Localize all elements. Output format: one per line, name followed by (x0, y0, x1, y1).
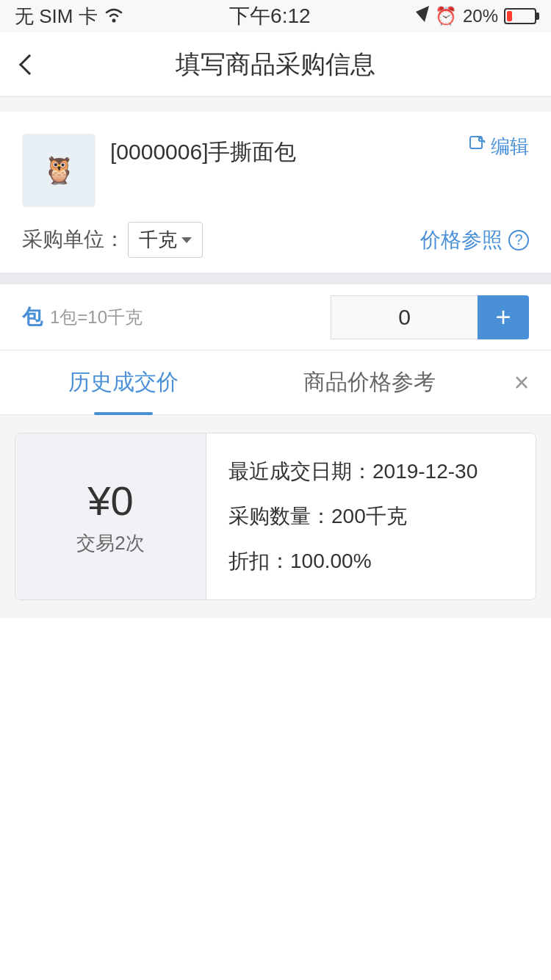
price-number: 0 (111, 478, 134, 524)
tab-active-indicator (94, 412, 153, 415)
discount-value: 100.00% (290, 550, 372, 572)
dropdown-arrow-icon (181, 237, 192, 243)
nav-bar: 填写商品采购信息 (0, 32, 551, 97)
status-left: 无 SIM 卡 (15, 4, 124, 29)
empty-content-area (0, 618, 551, 980)
edit-label: 编辑 (491, 134, 529, 159)
battery-percent: 20% (463, 6, 498, 26)
tab-history-price[interactable]: 历史成交价 (0, 350, 246, 415)
product-thumbnail: 🦉 (22, 134, 96, 207)
unit-conversion: 1包=10千克 (50, 306, 143, 329)
recent-date-label: 最近成交日期： (228, 460, 372, 483)
recent-date-value: 2019-12-30 (372, 460, 478, 483)
tabs-container: 历史成交价 商品价格参考 × (0, 350, 551, 415)
unit-selector: 采购单位： 千克 (22, 222, 203, 258)
plus-icon: + (495, 302, 511, 333)
history-card: ¥0 交易2次 最近成交日期：2019-12-30 采购数量：200千克 折扣：… (15, 433, 536, 600)
history-price-value: ¥0 (87, 477, 133, 525)
quantity-controls: + (331, 295, 529, 339)
unit-dropdown[interactable]: 千克 (128, 222, 203, 258)
unit-label: 采购单位： (22, 228, 125, 251)
back-arrow-icon (19, 54, 40, 74)
quantity-label: 包 1包=10千克 (22, 303, 143, 331)
discount-row: 折扣：100.00% (228, 545, 514, 578)
discount-label: 折扣： (228, 550, 290, 572)
history-details-panel: 最近成交日期：2019-12-30 采购数量：200千克 折扣：100.00% (206, 433, 536, 599)
battery-icon (504, 8, 536, 24)
tab-close-button[interactable]: × (492, 350, 551, 415)
quantity-plus-button[interactable]: + (478, 295, 529, 339)
history-price-panel: ¥0 交易2次 (15, 433, 206, 599)
edit-icon (469, 135, 486, 158)
help-icon: ? (508, 230, 529, 251)
page-title: 填写商品采购信息 (176, 48, 375, 82)
product-logo-icon: 🦉 (43, 155, 76, 186)
product-left: 🦉 [0000006]手撕面包 (22, 134, 296, 207)
status-time: 下午6:12 (229, 2, 311, 30)
tab-product-price[interactable]: 商品价格参考 (246, 350, 492, 415)
status-right: ⏰ 20% (416, 6, 536, 26)
quantity-value: 200千克 (331, 505, 407, 527)
wifi-icon (104, 5, 124, 28)
product-footer: 采购单位： 千克 价格参照 ? (22, 222, 529, 258)
product-header: 🦉 [0000006]手撕面包 编辑 (22, 134, 529, 207)
price-ref-label: 价格参照 (420, 226, 503, 254)
status-bar: 无 SIM 卡 下午6:12 ⏰ 20% (0, 0, 551, 32)
alarm-icon: ⏰ (435, 6, 457, 26)
quantity-label-text: 采购数量： (228, 505, 331, 527)
trade-count: 交易2次 (76, 530, 144, 556)
tab-history-label: 历史成交价 (68, 367, 179, 397)
product-name: [0000006]手撕面包 (110, 137, 296, 167)
currency-symbol: ¥ (87, 478, 110, 524)
location-icon (416, 6, 429, 26)
carrier-text: 无 SIM 卡 (15, 4, 98, 29)
purchase-quantity-row: 采购数量：200千克 (228, 500, 514, 533)
price-reference-button[interactable]: 价格参照 ? (420, 226, 529, 254)
unit-badge: 包 (22, 303, 43, 331)
close-icon: × (514, 370, 529, 396)
tab-product-label: 商品价格参考 (303, 367, 436, 397)
quantity-input[interactable] (331, 295, 478, 339)
recent-date-row: 最近成交日期：2019-12-30 (228, 455, 514, 489)
product-card: 🦉 [0000006]手撕面包 编辑 采购单位： 千克 (0, 112, 551, 273)
svg-point-0 (112, 18, 115, 22)
unit-value: 千克 (139, 227, 177, 253)
back-button[interactable] (0, 32, 59, 97)
svg-marker-1 (416, 6, 429, 22)
edit-button[interactable]: 编辑 (469, 134, 529, 159)
section-divider (0, 273, 551, 284)
quantity-row: 包 1包=10千克 + (0, 284, 551, 350)
